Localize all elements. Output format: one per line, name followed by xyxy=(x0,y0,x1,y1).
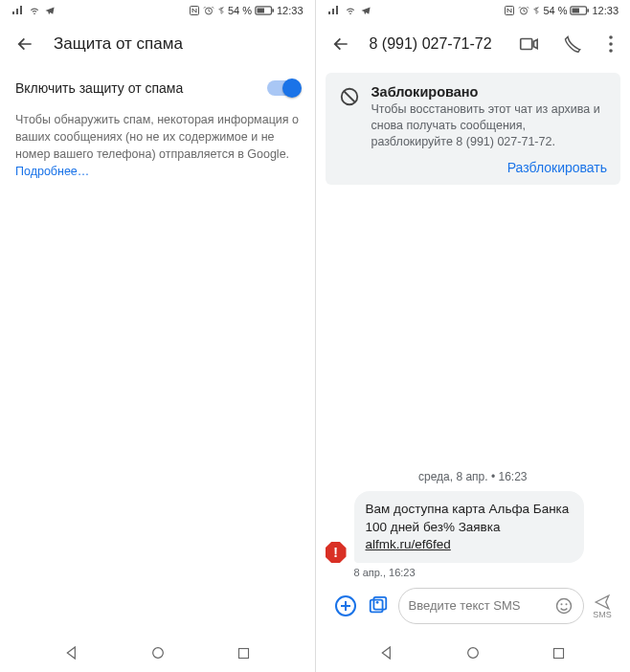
bluetooth-icon xyxy=(217,5,225,16)
learn-more-link[interactable]: Подробнее… xyxy=(15,165,89,178)
phone-left: 54 % 12:33 Защита от спама Включить защи… xyxy=(0,0,315,672)
bluetooth-icon xyxy=(532,5,540,16)
arrow-back-icon xyxy=(331,34,350,54)
add-button[interactable] xyxy=(333,594,358,618)
send-icon xyxy=(592,594,613,611)
contact-title[interactable]: 8 (991) 027-71-72 xyxy=(370,35,501,53)
svg-point-21 xyxy=(557,599,572,614)
signal-icon xyxy=(11,6,25,15)
emoji-icon[interactable] xyxy=(554,596,574,616)
nav-back-icon[interactable] xyxy=(379,645,394,661)
send-label: SMS xyxy=(593,610,612,619)
page-title: Защита от спама xyxy=(54,34,305,54)
svg-point-12 xyxy=(609,35,613,39)
block-icon xyxy=(339,86,360,107)
blocked-title: Заблокировано xyxy=(371,84,608,100)
toggle-switch[interactable] xyxy=(267,80,300,96)
status-bar: 54 % 12:33 xyxy=(316,0,631,21)
more-button[interactable] xyxy=(601,29,620,59)
nav-back-icon[interactable] xyxy=(64,645,79,661)
app-bar: 8 (991) 027-71-72 xyxy=(316,21,631,67)
unblock-button[interactable]: Разблокировать xyxy=(339,160,608,175)
video-call-button[interactable] xyxy=(513,29,544,59)
videocam-icon xyxy=(518,34,539,55)
message-text: Вам доступна карта Альфа Банка 100 дней … xyxy=(366,502,570,533)
svg-point-5 xyxy=(152,648,163,659)
svg-point-23 xyxy=(566,603,568,605)
svg-rect-6 xyxy=(238,648,248,658)
blocked-text: Чтобы восстановить этот чат из архива и … xyxy=(371,101,608,150)
compose-bar: Введите текст SMS SMS xyxy=(326,584,621,628)
svg-rect-11 xyxy=(588,9,590,11)
battery-pct: 54 % xyxy=(543,5,567,16)
compose-placeholder: Введите текст SMS xyxy=(409,599,548,614)
message-timestamp: 8 апр., 16:23 xyxy=(354,567,621,578)
phone-right: 54 % 12:33 8 (991) 027-71-72 xyxy=(316,0,631,672)
message-row: ! Вам доступна карта Альфа Банка 100 дне… xyxy=(326,491,621,563)
plus-circle-icon xyxy=(334,594,357,617)
send-button[interactable]: SMS xyxy=(592,594,613,619)
image-icon xyxy=(368,595,389,616)
svg-rect-3 xyxy=(257,9,264,13)
spam-warning-icon: ! xyxy=(326,542,347,563)
gallery-button[interactable] xyxy=(366,594,391,618)
description-text: Чтобы обнаружить спам, некоторая информа… xyxy=(15,113,299,161)
alarm-icon xyxy=(518,5,529,16)
svg-line-16 xyxy=(344,92,354,102)
back-button[interactable] xyxy=(326,29,356,59)
message-bubble[interactable]: Вам доступна карта Альфа Банка 100 дней … xyxy=(354,491,584,563)
app-bar: Защита от спама xyxy=(0,21,315,67)
svg-point-22 xyxy=(561,603,563,605)
more-vert-icon xyxy=(609,35,613,53)
svg-rect-25 xyxy=(554,648,564,658)
svg-point-20 xyxy=(375,601,378,604)
nav-home-icon[interactable] xyxy=(465,645,481,661)
battery-icon xyxy=(570,6,589,15)
wifi-icon xyxy=(344,6,357,15)
phone-icon xyxy=(563,34,582,54)
nfc-icon xyxy=(189,5,200,16)
description: Чтобы обнаружить спам, некоторая информа… xyxy=(0,109,315,183)
back-button[interactable] xyxy=(10,29,40,59)
battery-icon xyxy=(255,6,274,15)
svg-point-13 xyxy=(609,42,613,46)
nav-bar xyxy=(316,634,631,672)
blocked-banner: Заблокировано Чтобы восстановить этот ча… xyxy=(326,73,621,185)
spam-toggle-row[interactable]: Включить защиту от спама xyxy=(0,67,315,109)
clock: 12:33 xyxy=(277,5,304,16)
chat-area: среда, 8 апр. • 16:23 ! Вам доступна кар… xyxy=(316,185,631,634)
wifi-icon xyxy=(28,6,41,15)
alarm-icon xyxy=(203,5,214,16)
message-link[interactable]: alfmk.ru/ef6fed xyxy=(366,537,451,551)
signal-icon xyxy=(327,6,341,15)
toggle-label: Включить защиту от спама xyxy=(15,80,183,96)
clock: 12:33 xyxy=(592,5,619,16)
svg-rect-10 xyxy=(573,9,580,13)
date-separator: среда, 8 апр. • 16:23 xyxy=(326,470,621,483)
arrow-back-icon xyxy=(15,34,34,54)
battery-pct: 54 % xyxy=(228,5,252,16)
svg-point-14 xyxy=(609,49,613,53)
nav-home-icon[interactable] xyxy=(150,645,166,661)
nfc-icon xyxy=(504,5,515,16)
svg-point-24 xyxy=(468,648,479,659)
svg-rect-4 xyxy=(272,9,274,11)
status-bar: 54 % 12:33 xyxy=(0,0,315,21)
nav-recents-icon[interactable] xyxy=(236,646,251,661)
telegram-icon xyxy=(360,6,371,16)
telegram-icon xyxy=(44,6,56,16)
compose-input[interactable]: Введите текст SMS xyxy=(398,588,585,624)
nav-bar xyxy=(0,634,315,672)
call-button[interactable] xyxy=(557,29,588,59)
nav-recents-icon[interactable] xyxy=(551,646,566,661)
